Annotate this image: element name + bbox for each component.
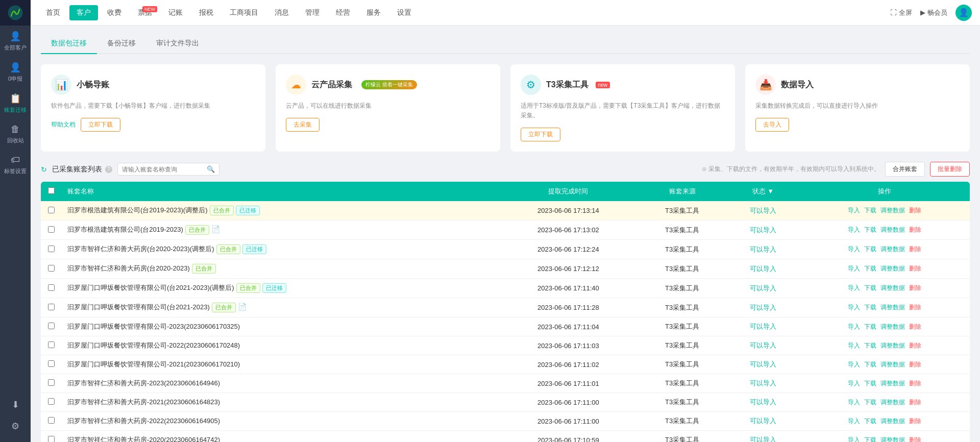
sidebar-item-zero-report[interactable]: 👤 0申报 xyxy=(0,57,31,88)
nav-management[interactable]: 管理 xyxy=(298,5,327,20)
go-import-button[interactable]: 去导入 xyxy=(755,118,789,132)
nav-industry[interactable]: 工商项目 xyxy=(223,5,265,20)
sidebar-item-account-migration[interactable]: 📋 账套迁移 xyxy=(0,88,31,119)
action-导入[interactable]: 导入 xyxy=(848,284,860,291)
row-checkbox-4[interactable] xyxy=(48,284,55,291)
action-调整数据[interactable]: 调整数据 xyxy=(880,245,905,253)
action-下载[interactable]: 下载 xyxy=(864,226,876,233)
row-checkbox-0[interactable] xyxy=(48,207,55,213)
action-删除[interactable]: 删除 xyxy=(909,436,921,442)
download-now-button[interactable]: 立即下载 xyxy=(81,118,120,132)
nav-fee[interactable]: 收费 xyxy=(100,5,129,20)
action-调整数据[interactable]: 调整数据 xyxy=(880,284,905,291)
action-调整数据[interactable]: 调整数据 xyxy=(880,399,905,406)
action-下载[interactable]: 下载 xyxy=(864,361,876,368)
action-导入[interactable]: 导入 xyxy=(848,304,860,311)
action-下载[interactable]: 下载 xyxy=(864,323,876,330)
nav-invoice[interactable]: 票据 new xyxy=(131,5,159,20)
nav-service[interactable]: 服务 xyxy=(359,5,388,20)
action-删除[interactable]: 删除 xyxy=(909,342,921,349)
action-删除[interactable]: 删除 xyxy=(909,399,921,406)
row-checkbox-7[interactable] xyxy=(48,341,55,348)
row-checkbox-11[interactable] xyxy=(48,417,55,424)
help-doc-link[interactable]: 帮助文档 xyxy=(51,120,76,129)
refresh-icon[interactable]: ↻ xyxy=(41,165,47,174)
action-调整数据[interactable]: 调整数据 xyxy=(880,207,905,214)
sidebar-item-download[interactable]: ⬇ xyxy=(0,394,31,415)
sidebar-item-tag-settings[interactable]: 🏷 标签设置 xyxy=(0,150,31,180)
action-删除[interactable]: 删除 xyxy=(909,207,921,214)
tab-audit-export[interactable]: 审计文件导出 xyxy=(146,34,209,54)
row-checkbox-1[interactable] xyxy=(48,226,55,233)
action-删除[interactable]: 删除 xyxy=(909,418,921,425)
row-checkbox-2[interactable] xyxy=(48,245,55,252)
action-下载[interactable]: 下载 xyxy=(864,304,876,311)
col-status[interactable]: 状态 ▼ xyxy=(726,182,800,201)
action-导入[interactable]: 导入 xyxy=(848,436,860,442)
nav-tax[interactable]: 报税 xyxy=(192,5,220,20)
action-下载[interactable]: 下载 xyxy=(864,284,876,291)
action-下载[interactable]: 下载 xyxy=(864,380,876,387)
action-调整数据[interactable]: 调整数据 xyxy=(880,342,905,349)
action-导入[interactable]: 导入 xyxy=(848,207,860,214)
tab-backup-migration[interactable]: 备份迁移 xyxy=(97,34,146,54)
action-下载[interactable]: 下载 xyxy=(864,265,876,272)
action-下载[interactable]: 下载 xyxy=(864,245,876,253)
nav-home[interactable]: 首页 xyxy=(39,5,67,20)
batch-delete-button[interactable]: 批量删除 xyxy=(930,162,970,177)
action-调整数据[interactable]: 调整数据 xyxy=(880,323,905,330)
action-删除[interactable]: 删除 xyxy=(909,226,921,233)
row-checkbox-3[interactable] xyxy=(48,265,55,272)
logo[interactable] xyxy=(0,0,31,26)
action-调整数据[interactable]: 调整数据 xyxy=(880,436,905,442)
sidebar-item-user-settings[interactable]: ⚙ xyxy=(0,415,31,437)
action-下载[interactable]: 下载 xyxy=(864,342,876,349)
search-submit-icon[interactable]: 🔍 xyxy=(207,165,215,173)
action-下载[interactable]: 下载 xyxy=(864,207,876,214)
action-导入[interactable]: 导入 xyxy=(848,380,860,387)
action-下载[interactable]: 下载 xyxy=(864,399,876,406)
t3-download-button[interactable]: 立即下载 xyxy=(521,128,560,141)
action-删除[interactable]: 删除 xyxy=(909,323,921,330)
nav-client[interactable]: 客户 xyxy=(69,5,98,20)
sidebar-item-recycle[interactable]: 🗑 回收站 xyxy=(0,119,31,150)
action-调整数据[interactable]: 调整数据 xyxy=(880,226,905,233)
file-icon[interactable]: 📄 xyxy=(211,225,220,233)
action-删除[interactable]: 删除 xyxy=(909,361,921,368)
file-icon[interactable]: 📄 xyxy=(238,303,247,311)
fullscreen-button[interactable]: ⛶ 全屏 xyxy=(890,8,912,17)
tab-data-migration[interactable]: 数据包迁移 xyxy=(41,34,97,54)
action-调整数据[interactable]: 调整数据 xyxy=(880,361,905,368)
go-collect-button[interactable]: 去采集 xyxy=(286,118,320,132)
action-下载[interactable]: 下载 xyxy=(864,418,876,425)
action-下载[interactable]: 下载 xyxy=(864,436,876,442)
action-导入[interactable]: 导入 xyxy=(848,342,860,349)
action-导入[interactable]: 导入 xyxy=(848,245,860,253)
nav-settings-top[interactable]: 设置 xyxy=(390,5,419,20)
action-导入[interactable]: 导入 xyxy=(848,361,860,368)
row-checkbox-8[interactable] xyxy=(48,360,55,367)
search-input[interactable] xyxy=(122,166,204,173)
nav-message[interactable]: 消息 xyxy=(267,5,296,20)
row-checkbox-5[interactable] xyxy=(48,304,55,310)
merge-account-button[interactable]: 合并账套 xyxy=(885,162,925,177)
sidebar-item-all-clients[interactable]: 👤 全部客户 xyxy=(0,26,31,57)
action-删除[interactable]: 删除 xyxy=(909,265,921,272)
action-导入[interactable]: 导入 xyxy=(848,323,860,330)
row-checkbox-12[interactable] xyxy=(48,436,55,442)
row-checkbox-9[interactable] xyxy=(48,379,55,386)
action-导入[interactable]: 导入 xyxy=(848,418,860,425)
help-icon[interactable]: ? xyxy=(105,166,112,173)
action-导入[interactable]: 导入 xyxy=(848,226,860,233)
action-调整数据[interactable]: 调整数据 xyxy=(880,380,905,387)
select-all-checkbox[interactable] xyxy=(48,187,55,194)
action-导入[interactable]: 导入 xyxy=(848,399,860,406)
action-导入[interactable]: 导入 xyxy=(848,265,860,272)
row-checkbox-10[interactable] xyxy=(48,398,55,405)
avatar[interactable]: 👤 xyxy=(955,5,972,21)
action-删除[interactable]: 删除 xyxy=(909,380,921,387)
action-删除[interactable]: 删除 xyxy=(909,304,921,311)
action-调整数据[interactable]: 调整数据 xyxy=(880,304,905,311)
action-调整数据[interactable]: 调整数据 xyxy=(880,418,905,425)
action-删除[interactable]: 删除 xyxy=(909,245,921,253)
